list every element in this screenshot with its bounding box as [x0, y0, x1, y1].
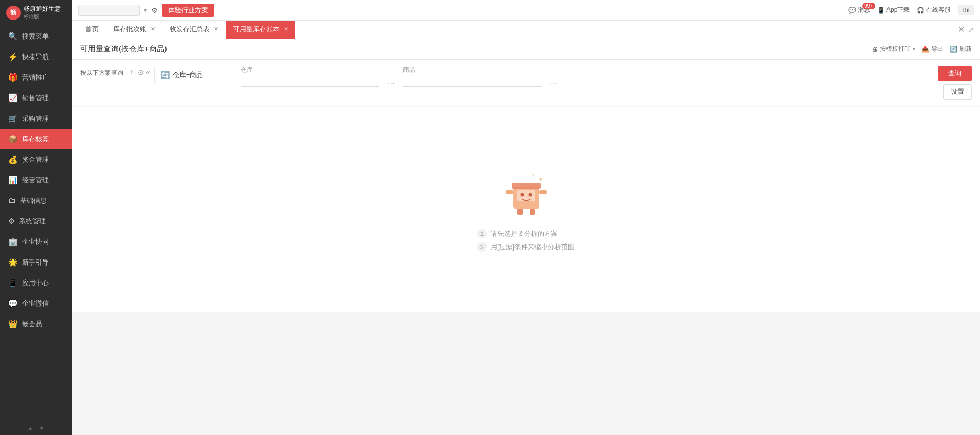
sidebar-item-basic[interactable]: 🗂 基础信息	[0, 191, 72, 211]
sidebar-scroll-down[interactable]: ▼	[39, 425, 45, 432]
export-btn[interactable]: 📤 导出	[921, 45, 944, 53]
wxwork-icon: 💬	[8, 299, 18, 308]
appcenter-icon: 📱	[8, 278, 18, 288]
tip-num-2: 2	[477, 242, 487, 252]
tab-available-ledger-close[interactable]: ✕	[284, 26, 288, 32]
message-icon: 💬	[848, 7, 856, 14]
online-service-button[interactable]: 🎧 在线客服	[917, 6, 951, 14]
message-button[interactable]: 💬 消息 99+	[848, 6, 870, 14]
topbar-gear-icon[interactable]: ⚙	[151, 6, 158, 14]
sidebar-item-search[interactable]: 🔍 搜索菜单	[0, 26, 72, 47]
tabbar-controls: ✕ ⤢	[958, 25, 974, 34]
filter-add-button[interactable]: ＋	[127, 67, 136, 78]
print-btn[interactable]: 🖨 按模板打印 ▾	[872, 45, 915, 53]
warehouse-input[interactable]	[241, 75, 379, 87]
filter-scheme-box: 🔄 仓库+商品	[154, 66, 236, 84]
tip-text-1: 请先选择要分析的方案	[491, 229, 558, 238]
fund-icon: 💰	[8, 155, 18, 164]
empty-tip-1: 1 请先选择要分析的方案	[477, 229, 575, 238]
page-header: 可用量查询(按仓库+商品) 🖨 按模板打印 ▾ 📤 导出 🔄 刷新	[72, 39, 980, 60]
svg-rect-8	[539, 190, 547, 194]
tabbar-close-icon[interactable]: ✕	[958, 25, 965, 34]
sidebar-item-label: 搜索菜单	[22, 32, 49, 41]
sidebar-item-vip[interactable]: 👑 畅会员	[0, 314, 72, 334]
svg-text:✦: ✦	[538, 175, 544, 183]
query-button[interactable]: 查询	[938, 66, 972, 81]
topbar: ▾ ⚙ 体验行业方案 💬 消息 99+ 📱 App下载 🎧 在线客服 Rit	[72, 0, 980, 21]
goods-label: 商品	[403, 66, 542, 74]
sidebar-item-enterprise[interactable]: 🏢 企业协同	[0, 232, 72, 252]
sidebar-item-label: 营销推广	[22, 73, 49, 82]
trial-button[interactable]: 体验行业方案	[162, 4, 214, 17]
vip-icon: 👑	[8, 319, 18, 329]
filter-collapse-button[interactable]: «	[146, 68, 150, 77]
tab-batch-account-close[interactable]: ✕	[151, 26, 155, 32]
goods-input[interactable]	[403, 75, 542, 87]
app-download-button[interactable]: 📱 App下载	[877, 6, 910, 14]
filter-scheme-item[interactable]: 🔄 仓库+商品	[155, 68, 236, 82]
goods-field: 商品	[403, 66, 542, 87]
tab-available-ledger[interactable]: 可用量库存账本 ✕	[226, 21, 295, 39]
export-label: 导出	[931, 45, 944, 53]
sidebar-item-appcenter[interactable]: 📱 应用中心	[0, 273, 72, 293]
tip-num-1: 1	[477, 229, 487, 238]
sidebar-scroll-up[interactable]: ▲	[27, 425, 33, 432]
warehouse-more-icon[interactable]: …	[387, 77, 395, 85]
sidebar-item-purchase[interactable]: 🛒 采购管理	[0, 108, 72, 129]
sidebar-item-label: 应用中心	[22, 278, 49, 288]
filter-fields: 仓库 … 商品 …	[241, 66, 934, 87]
tab-recv-summary-close[interactable]: ✕	[214, 26, 218, 32]
print-chevron-icon[interactable]: ▾	[913, 46, 915, 52]
empty-tips: 1 请先选择要分析的方案 2 用[过滤]条件来缩小分析范围	[477, 229, 575, 252]
main-area: ▾ ⚙ 体验行业方案 💬 消息 99+ 📱 App下载 🎧 在线客服 Rit	[72, 0, 980, 435]
tab-home-label: 首页	[85, 25, 99, 34]
settings-button[interactable]: 设置	[943, 84, 972, 100]
shortcuts-icon: ⚡	[8, 52, 18, 62]
warehouse-field: 仓库	[241, 66, 379, 87]
inventory-icon: 📦	[8, 135, 18, 144]
tabbar: 首页 库存批次账 ✕ 收发存汇总表 ✕ 可用量库存账本 ✕ ✕ ⤢	[72, 21, 980, 39]
refresh-btn[interactable]: 🔄 刷新	[950, 45, 972, 53]
print-icon: 🖨	[872, 46, 878, 53]
tab-home[interactable]: 首页	[78, 21, 106, 39]
sidebar-item-ops[interactable]: 📊 经营管理	[0, 170, 72, 191]
svg-rect-7	[506, 190, 513, 194]
filter-setting-button[interactable]: ⊙	[138, 68, 144, 77]
sidebar-item-label: 新手引导	[22, 258, 49, 267]
sidebar-item-system[interactable]: ⚙ 系统管理	[0, 211, 72, 232]
sidebar-item-fund[interactable]: 💰 资金管理	[0, 149, 72, 170]
basic-icon: 🗂	[8, 196, 16, 205]
svg-rect-2	[517, 190, 535, 201]
topbar-chevron-icon[interactable]: ▾	[144, 7, 147, 14]
search-icon: 🔍	[8, 32, 18, 41]
sidebar-item-guide[interactable]: 🌟 新手引导	[0, 252, 72, 273]
sidebar-item-wxwork[interactable]: 💬 企业微信	[0, 293, 72, 314]
refresh-label: 刷新	[959, 45, 972, 53]
sidebar-item-marketing[interactable]: 🎁 营销推广	[0, 67, 72, 88]
sidebar-item-label: 企业微信	[22, 299, 49, 308]
export-icon: 📤	[921, 46, 929, 53]
user-profile-button[interactable]: Rit	[958, 5, 974, 15]
empty-state: ✦ ✦ 1 请先选择要分析的方案 2 用[过滤]条件来缩小分析范围	[72, 107, 980, 312]
svg-point-3	[520, 193, 524, 197]
sidebar-item-label: 快捷导航	[22, 52, 49, 62]
logo-icon: 畅	[6, 6, 21, 20]
service-icon: 🎧	[917, 7, 924, 14]
tab-batch-account[interactable]: 库存批次账 ✕	[106, 21, 162, 39]
sidebar-item-sales[interactable]: 📈 销售管理	[0, 88, 72, 108]
refresh-icon: 🔄	[950, 46, 957, 53]
svg-rect-1	[512, 183, 541, 189]
sidebar-item-label: 基础信息	[20, 196, 47, 205]
topbar-search-input[interactable]	[78, 5, 140, 16]
guide-icon: 🌟	[8, 258, 18, 267]
sidebar-item-inventory[interactable]: 📦 库存核算	[0, 129, 72, 149]
page-title: 可用量查询(按仓库+商品)	[80, 44, 167, 54]
svg-text:✦: ✦	[531, 172, 535, 178]
logo-text: 畅康通好生意 标准版	[24, 5, 61, 21]
tabbar-expand-icon[interactable]: ⤢	[968, 26, 974, 34]
print-label: 按模板打印	[880, 45, 911, 53]
goods-more-icon[interactable]: …	[550, 77, 557, 85]
tab-recv-summary[interactable]: 收发存汇总表 ✕	[162, 21, 226, 39]
tab-recv-summary-label: 收发存汇总表	[170, 25, 210, 34]
sidebar-item-shortcuts[interactable]: ⚡ 快捷导航	[0, 47, 72, 67]
